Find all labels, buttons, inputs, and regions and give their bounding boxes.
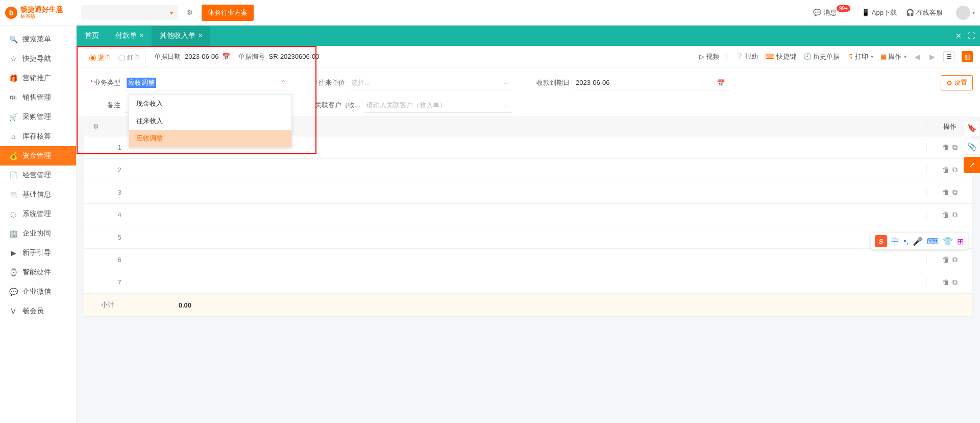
message-link[interactable]: 💬 消息 99+ [813, 8, 852, 17]
grid-icon: ▦ [880, 53, 887, 60]
sidebar-label: 库存核算 [22, 132, 51, 141]
party-label: 往来单位 [318, 79, 345, 86]
table-row[interactable]: 6🗑⧉ [84, 249, 972, 271]
table-row[interactable]: 5🗑⧉ [84, 226, 972, 249]
sidebar-item-系统管理[interactable]: ◌系统管理 [0, 204, 76, 224]
dropdown-option[interactable]: 应收调整 [129, 130, 291, 147]
rail-attach[interactable]: 📎 [964, 138, 980, 155]
sidebar-item-采购管理[interactable]: 🛒采购管理 [0, 107, 76, 127]
copy-row-icon[interactable]: ⧉ [952, 166, 958, 174]
rail-expand[interactable]: ⤢ [964, 157, 980, 173]
copy-row-icon[interactable]: ⧉ [952, 143, 958, 151]
more-icon[interactable]: ··· [503, 102, 510, 109]
prev-doc-arrow[interactable]: ◀ [914, 53, 921, 61]
chevron-down-icon: ▾ [170, 9, 173, 16]
doc-date-value[interactable]: 2023-06-06 [185, 53, 219, 60]
ime-mic-icon[interactable]: 🎤 [913, 237, 923, 246]
cta-button[interactable]: 体验行业方案 [202, 5, 254, 21]
ime-logo-icon[interactable]: S [875, 235, 887, 247]
chevron-up-icon[interactable]: ⌃ [281, 79, 286, 86]
sidebar-item-库存核算[interactable]: ⌂库存核算 [0, 127, 76, 146]
delete-row-icon[interactable]: 🗑 [942, 255, 949, 264]
gear-icon: ⚙ [187, 9, 193, 16]
sidebar-item-销售管理[interactable]: 🛍销售管理 [0, 88, 76, 107]
settings-button[interactable]: ⚙设置 [941, 75, 973, 90]
doc-color-radio-group: 蓝单 红单 [84, 48, 146, 67]
sidebar-item-搜索菜单[interactable]: 🔍搜索菜单 [0, 30, 76, 49]
table-row[interactable]: 3🗑⧉ [84, 181, 972, 204]
tab-close-all[interactable]: ✕ [955, 32, 962, 40]
copy-row-icon[interactable]: ⧉ [952, 278, 958, 286]
column-settings[interactable]: ⚙ [84, 123, 108, 130]
next-doc-arrow[interactable]: ▶ [928, 53, 936, 61]
sidebar-item-智能硬件[interactable]: ⌚智能硬件 [0, 263, 76, 282]
sidebar-item-企业微信[interactable]: 💬企业微信 [0, 282, 76, 301]
sidebar-icon: 🔍 [9, 35, 17, 43]
ime-skin-icon[interactable]: 👕 [943, 237, 953, 246]
tab-其他收入单[interactable]: 其他收入单× [152, 26, 210, 46]
calendar-icon[interactable]: 📅 [717, 79, 725, 87]
copy-row-icon[interactable]: ⧉ [952, 188, 958, 196]
table-row[interactable]: 7🗑⧉ [84, 271, 972, 294]
sidebar-item-畅会员[interactable]: V畅会员 [0, 301, 76, 321]
biz-type-value: 应收调整 [127, 78, 156, 88]
delete-row-icon[interactable]: 🗑 [942, 210, 949, 219]
play-icon: ▷ [699, 53, 704, 60]
tab-首页[interactable]: 首页 [77, 26, 107, 46]
sidebar-item-企业协同[interactable]: 🏢企业协同 [0, 224, 76, 243]
form-area: *业务类型 应收调整 ⌃ 现金收入往来收入应收调整 *往来单位 选择... ··… [77, 67, 980, 116]
delete-row-icon[interactable]: 🗑 [942, 143, 949, 151]
rel-cust-field: 关联客户（收... 请输入关联客户（收入单） ··· [308, 98, 512, 113]
tab-expand[interactable]: ⛶ [968, 32, 975, 40]
app-download-link[interactable]: 📱 App下载 [862, 8, 897, 17]
rel-cust-input[interactable]: 请输入关联客户（收入单） [364, 98, 512, 113]
operation-link[interactable]: ▦操作▾ [880, 52, 906, 61]
print-link[interactable]: 🖨打印▾ [847, 52, 873, 61]
logo[interactable]: b 畅捷通好生意 标准版 [5, 6, 71, 20]
ime-keyboard-icon[interactable]: ⌨ [927, 237, 939, 246]
calendar-icon[interactable]: 📅 [222, 53, 230, 60]
sidebar-item-资金管理[interactable]: 💰资金管理 [0, 146, 76, 166]
video-link[interactable]: ▷视频 [699, 52, 719, 61]
radio-blue[interactable]: 蓝单 [89, 53, 111, 62]
help-link[interactable]: ❔帮助 [735, 52, 758, 61]
settings-gear[interactable]: ⚙ [182, 9, 198, 16]
history-link[interactable]: 🕘历史单据 [803, 52, 840, 61]
sidebar-item-经营管理[interactable]: 📄经营管理 [0, 166, 76, 185]
radio-red[interactable]: 红单 [118, 53, 140, 62]
sidebar-icon: 📄 [9, 171, 17, 179]
sidebar-item-快捷导航[interactable]: ☆快捷导航 [0, 49, 76, 68]
company-select[interactable]: ▾ [81, 5, 178, 20]
more-icon[interactable]: ··· [503, 79, 510, 87]
user-menu[interactable]: ▾ [952, 6, 975, 20]
due-date-input[interactable]: 2023-06-06 [574, 75, 727, 90]
view-list-button[interactable]: ☰ [943, 51, 954, 62]
biz-type-select[interactable]: 应收调整 [125, 75, 288, 90]
sidebar-item-新手引导[interactable]: ▶新手引导 [0, 243, 76, 263]
copy-row-icon[interactable]: ⧉ [952, 255, 958, 264]
tab-close-icon[interactable]: × [140, 32, 143, 39]
ime-lang[interactable]: 中 [891, 236, 899, 247]
delete-row-icon[interactable]: 🗑 [942, 278, 949, 286]
sidebar-label: 销售管理 [22, 93, 51, 102]
sidebar-item-营销推广[interactable]: 🎁营销推广 [0, 68, 76, 88]
dropdown-option[interactable]: 往来收入 [129, 112, 291, 130]
shortcut-link[interactable]: ⌨快捷键 [765, 52, 796, 61]
party-select[interactable]: 选择... [349, 75, 512, 90]
rail-tag[interactable]: 🔖 [964, 120, 980, 136]
tab-付款单[interactable]: 付款单× [107, 26, 152, 46]
tab-close-icon[interactable]: × [199, 32, 202, 39]
dropdown-option[interactable]: 现金收入 [129, 95, 291, 112]
sidebar-label: 智能硬件 [22, 268, 51, 277]
ime-menu-icon[interactable]: ⊞ [957, 237, 964, 246]
row-index: 3 [108, 189, 131, 196]
view-card-button[interactable]: ▥ [962, 51, 973, 62]
copy-row-icon[interactable]: ⧉ [952, 210, 958, 219]
ime-punct-icon[interactable]: •, [903, 237, 909, 246]
table-row[interactable]: 4🗑⧉ [84, 204, 972, 226]
sidebar-item-基础信息[interactable]: ▦基础信息 [0, 185, 76, 204]
delete-row-icon[interactable]: 🗑 [942, 166, 949, 174]
delete-row-icon[interactable]: 🗑 [942, 188, 949, 196]
table-row[interactable]: 2🗑⧉ [84, 159, 972, 181]
online-service-link[interactable]: 🎧 在线客服 [906, 8, 943, 17]
